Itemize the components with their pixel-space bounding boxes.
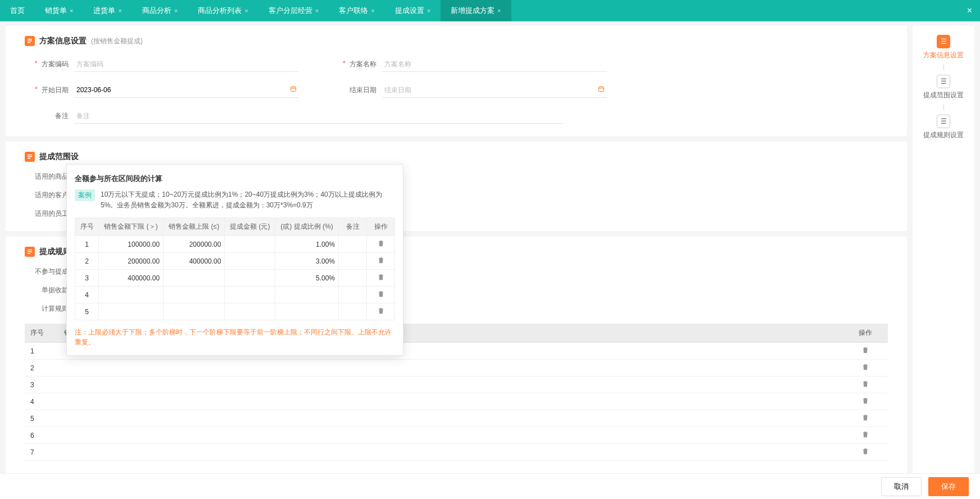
svg-rect-16 [28, 253, 30, 254]
delete-icon[interactable] [861, 415, 869, 423]
calendar-icon[interactable] [598, 85, 605, 94]
col-op: 操作 [843, 324, 888, 343]
tab-customer-contact[interactable]: 客户联络× [329, 0, 384, 21]
anchor-nav: ☰ 方案信息设置 ☰ 提成范围设置 ☰ 提成规则设置 [913, 26, 974, 475]
section-icon [25, 247, 35, 257]
end-date-label: 结束日期 [333, 85, 382, 95]
table-row[interactable]: 3 [25, 376, 888, 393]
delete-icon[interactable] [377, 309, 385, 316]
example-badge: 案例 [75, 189, 95, 201]
anchor-plan-info[interactable]: ☰ 方案信息设置 [923, 35, 964, 60]
tab-goods-analysis-list[interactable]: 商品分析列表× [188, 0, 258, 21]
example-table: 序号 销售金额下限 (＞) 销售金额上限 (≤) 提成金额 (元) (或) 提成… [75, 217, 395, 320]
commission-scope-title: 提成范围设 [39, 152, 79, 162]
remark-input[interactable] [74, 108, 563, 124]
close-icon[interactable]: × [174, 7, 178, 14]
close-icon[interactable]: × [315, 7, 319, 14]
table-row: 4 [75, 287, 395, 303]
svg-rect-14 [28, 250, 32, 251]
calc-rule-tooltip: 全额参与所在区间段的计算 案例 10万元以下无提成；10~20万元提成比例为1%… [66, 164, 403, 356]
remark-label: 备注 [25, 111, 74, 121]
delete-icon[interactable] [861, 348, 869, 356]
close-icon[interactable]: × [118, 7, 121, 14]
plan-info-subtitle: (按销售金额提成) [91, 37, 143, 46]
tooltip-title: 全额参与所在区间段的计算 [75, 174, 395, 184]
anchor-rule[interactable]: ☰ 提成规则设置 [923, 115, 964, 140]
svg-rect-7 [599, 87, 604, 92]
form-icon: ☰ [937, 75, 950, 88]
delete-icon[interactable] [377, 258, 385, 266]
table-row: 1100000.00200000.001.00% [75, 236, 395, 253]
tab-sales-order[interactable]: 销货单× [35, 0, 83, 21]
close-icon[interactable]: × [427, 7, 430, 14]
table-row[interactable]: 4 [25, 393, 888, 410]
section-icon [25, 152, 35, 162]
col-idx: 序号 [25, 324, 58, 343]
table-row: 2200000.00400000.003.00% [75, 253, 395, 270]
delete-icon[interactable] [377, 241, 385, 249]
table-row[interactable]: 2 [25, 360, 888, 376]
delete-icon[interactable] [861, 449, 869, 457]
delete-icon[interactable] [861, 365, 869, 373]
tab-home[interactable]: 首页 [0, 0, 35, 21]
svg-rect-13 [28, 158, 30, 159]
close-icon[interactable]: × [244, 7, 248, 14]
table-row: 5 [75, 303, 395, 320]
tab-customer-segmentation[interactable]: 客户分层经营× [258, 0, 329, 21]
svg-rect-11 [28, 155, 32, 156]
close-icon[interactable]: × [371, 7, 374, 14]
plan-code-label: 方案编码 [25, 60, 74, 69]
plan-name-label: 方案名称 [333, 60, 382, 69]
plan-code-input[interactable] [74, 56, 299, 72]
svg-rect-12 [28, 156, 32, 157]
svg-rect-15 [28, 251, 32, 252]
delete-icon[interactable] [377, 292, 385, 300]
svg-rect-2 [28, 42, 30, 43]
example-text: 10万元以下无提成；10~20万元提成比例为1%；20~40万提成比例为3%；4… [101, 189, 395, 211]
calendar-icon[interactable] [290, 85, 297, 94]
svg-rect-1 [28, 40, 32, 42]
form-icon: ☰ [937, 115, 950, 128]
end-date-input[interactable] [382, 82, 607, 98]
tab-bar: 首页 销货单× 进货单× 商品分析× 商品分析列表× 客户分层经营× 客户联络×… [0, 0, 980, 21]
tab-commission-settings[interactable]: 提成设置× [385, 0, 441, 21]
plan-name-input[interactable] [382, 56, 607, 72]
section-icon [25, 36, 35, 46]
save-button[interactable]: 保存 [928, 477, 969, 496]
delete-icon[interactable] [377, 275, 385, 283]
svg-rect-3 [291, 87, 296, 92]
svg-rect-0 [28, 39, 32, 40]
col-remark: 备注 [384, 324, 843, 343]
form-icon: ☰ [937, 35, 950, 48]
plan-info-card: 方案信息设置 (按销售金额提成) 方案编码 方案名称 开始日期 [6, 26, 907, 136]
close-icon[interactable]: × [497, 7, 501, 14]
tab-new-commission-plan[interactable]: 新增提成方案× [441, 0, 511, 21]
close-all-icon[interactable]: × [967, 0, 972, 21]
plan-info-title: 方案信息设置 [39, 36, 87, 46]
tab-goods-analysis[interactable]: 商品分析× [132, 0, 188, 21]
tooltip-note: 注：上限必须大于下限；多个阶梯时，下一个阶梯下限要等于前一阶梯上限；不同行之间下… [75, 327, 395, 347]
table-row[interactable]: 6 [25, 427, 888, 444]
footer: 取消 保存 [0, 473, 980, 499]
delete-icon[interactable] [861, 382, 869, 389]
delete-icon[interactable] [861, 398, 869, 406]
anchor-scope[interactable]: ☰ 提成范围设置 [923, 75, 964, 100]
table-row[interactable]: 7 [25, 444, 888, 461]
table-row[interactable]: 5 [25, 410, 888, 427]
table-row: 3400000.005.00% [75, 270, 395, 287]
tab-purchase-order[interactable]: 进货单× [83, 0, 131, 21]
start-date-input[interactable] [74, 82, 299, 98]
start-date-label: 开始日期 [25, 85, 74, 95]
delete-icon[interactable] [861, 432, 869, 440]
cancel-button[interactable]: 取消 [881, 477, 922, 496]
close-icon[interactable]: × [70, 7, 73, 14]
